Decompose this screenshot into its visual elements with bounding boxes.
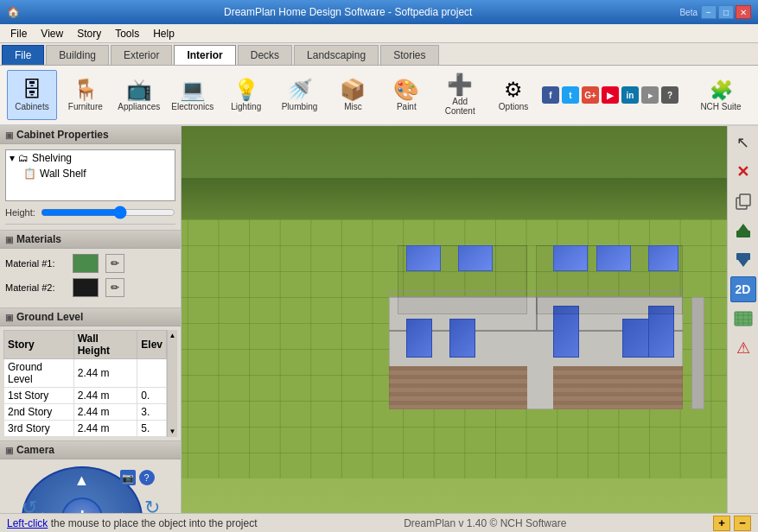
cursor-tool-button[interactable]: ↖: [730, 130, 756, 155]
height-slider[interactable]: [41, 206, 175, 218]
paint-icon: 🎨: [393, 79, 419, 100]
materials-content: Material #1: ✏ Material #2: ✏: [0, 249, 181, 307]
google-icon[interactable]: G+: [582, 86, 599, 104]
cabinet-properties-header[interactable]: ▣ Cabinet Properties: [0, 126, 181, 144]
cabinets-icon: 🗄: [22, 79, 42, 100]
close-button[interactable]: ✕: [736, 5, 751, 19]
tree-expand-icon: ▾: [10, 152, 15, 164]
lighting-icon: 💡: [233, 79, 259, 100]
material1-edit-button[interactable]: ✏: [105, 254, 124, 273]
story-name: 3rd Story: [4, 421, 74, 437]
linkedin-icon[interactable]: in: [621, 86, 639, 104]
material2-edit-button[interactable]: ✏: [105, 278, 124, 297]
zoom-controls: + −: [713, 516, 751, 531]
tab-decks[interactable]: Decks: [238, 45, 292, 65]
col-wall-height: Wall Height: [73, 331, 137, 359]
col-elev: Elev: [137, 331, 167, 359]
tool-electronics[interactable]: 💻 Electronics: [168, 70, 218, 120]
tool-cabinets[interactable]: 🗄 Cabinets: [7, 70, 57, 120]
table-scroll-up[interactable]: ▲: [169, 332, 176, 339]
table-row[interactable]: 1st Story 2.44 m 0.: [4, 388, 167, 404]
maximize-button[interactable]: □: [718, 5, 734, 19]
cam-help-button[interactable]: ?: [139, 470, 155, 485]
menu-file[interactable]: File: [3, 26, 34, 41]
svg-rect-4: [736, 231, 750, 238]
tab-interior[interactable]: Interior: [174, 45, 235, 65]
2d-view-button[interactable]: 2D: [730, 276, 756, 302]
tree-item-wall-shelf[interactable]: 📋 Wall Shelf: [6, 166, 175, 181]
cabinet-tree[interactable]: ▾ 🗂 Shelving 📋 Wall Shelf: [5, 149, 175, 201]
tab-building[interactable]: Building: [46, 45, 109, 65]
more-social-icon[interactable]: ▸: [641, 86, 659, 104]
tab-stories[interactable]: Stories: [380, 45, 438, 65]
camera-header[interactable]: ▣ Camera: [0, 441, 181, 459]
nch-suite-button[interactable]: 🧩 NCH Suite: [691, 77, 751, 114]
status-bar: Left-click the mouse to place the object…: [0, 513, 758, 532]
svg-marker-7: [738, 260, 748, 267]
collapse-icon: ▣: [5, 130, 13, 140]
materials-title: Materials: [16, 233, 61, 245]
appliances-label: Appliances: [118, 102, 160, 111]
3d-view-button[interactable]: [730, 306, 756, 332]
tab-exterior[interactable]: Exterior: [111, 45, 172, 65]
lighting-label: Lighting: [231, 102, 261, 111]
viewport[interactable]: [182, 126, 727, 513]
menu-help[interactable]: Help: [146, 26, 182, 41]
table-row[interactable]: 2nd Story 2.44 m 3.: [4, 404, 167, 421]
tool-appliances[interactable]: 📺 Appliances: [114, 70, 164, 120]
level-down-button[interactable]: [730, 247, 756, 273]
menu-story[interactable]: Story: [70, 26, 108, 41]
wall-height-val: 2.44 m: [73, 421, 137, 437]
cam-rotate-left-button[interactable]: ↺: [22, 497, 37, 513]
menu-view[interactable]: View: [34, 26, 70, 41]
story-name: Ground Level: [4, 359, 74, 388]
minimize-button[interactable]: −: [701, 5, 717, 19]
twitter-icon[interactable]: t: [562, 86, 579, 104]
facebook-icon[interactable]: f: [542, 86, 559, 104]
delete-tool-button[interactable]: ✕: [730, 159, 756, 185]
furniture-icon: 🪑: [73, 79, 99, 100]
tool-lighting[interactable]: 💡 Lighting: [221, 70, 271, 120]
tool-add-content[interactable]: ➕ Add Content: [435, 70, 485, 120]
material1-swatch[interactable]: [73, 254, 99, 273]
cam-photo-button[interactable]: 📷: [120, 470, 136, 485]
material1-label: Material #1:: [5, 258, 66, 269]
warning-tool-button[interactable]: ⚠: [730, 335, 756, 361]
tab-landscaping[interactable]: Landscaping: [294, 45, 379, 65]
tree-item-shelving[interactable]: ▾ 🗂 Shelving: [6, 150, 175, 166]
tool-misc[interactable]: 📦 Misc: [328, 70, 379, 120]
tool-options[interactable]: ⚙ Options: [488, 70, 538, 120]
plumbing-icon: 🚿: [287, 79, 313, 100]
tool-paint[interactable]: 🎨 Paint: [381, 70, 431, 120]
height-label: Height:: [5, 207, 35, 218]
title-left: 🏠: [7, 6, 20, 18]
tool-plumbing[interactable]: 🚿 Plumbing: [275, 70, 325, 120]
cam-rotate-right-button[interactable]: ↻: [144, 497, 160, 513]
electronics-icon: 💻: [180, 79, 206, 100]
cam-move-icon[interactable]: ✛: [74, 507, 90, 513]
electronics-label: Electronics: [171, 102, 213, 111]
right-toolbar: ↖ ✕ 2D: [727, 126, 758, 513]
cam-right-button[interactable]: ▶: [122, 509, 134, 513]
copy-tool-button[interactable]: [730, 188, 756, 214]
nch-suite-icon: 🧩: [710, 79, 733, 102]
question-icon[interactable]: ?: [661, 86, 678, 104]
youtube-icon[interactable]: ▶: [602, 86, 619, 104]
title-bar: 🏠 DreamPlan Home Design Software - Softp…: [0, 0, 758, 24]
menu-bar: File View Story Tools Help: [0, 24, 758, 43]
tab-file[interactable]: File: [2, 45, 44, 65]
cam-up-button[interactable]: ▲: [74, 472, 90, 490]
material2-swatch[interactable]: [73, 278, 99, 297]
table-row[interactable]: 3rd Story 2.44 m 5.: [4, 421, 167, 437]
menu-tools[interactable]: Tools: [108, 26, 146, 41]
statusbar-zoom-in-button[interactable]: +: [713, 516, 730, 531]
tool-furniture[interactable]: 🪑 Furniture: [61, 70, 111, 120]
ground-level-header[interactable]: ▣ Ground Level: [0, 308, 181, 326]
table-row[interactable]: Ground Level 2.44 m: [4, 359, 167, 388]
cam-center-button[interactable]: ✛: [61, 497, 103, 513]
materials-header[interactable]: ▣ Materials: [0, 231, 181, 249]
level-up-button[interactable]: [730, 218, 756, 244]
statusbar-zoom-out-button[interactable]: −: [734, 516, 751, 531]
table-scroll-down[interactable]: ▼: [169, 428, 176, 435]
cabinet-properties-content: ▾ 🗂 Shelving 📋 Wall Shelf Height:: [0, 144, 181, 230]
